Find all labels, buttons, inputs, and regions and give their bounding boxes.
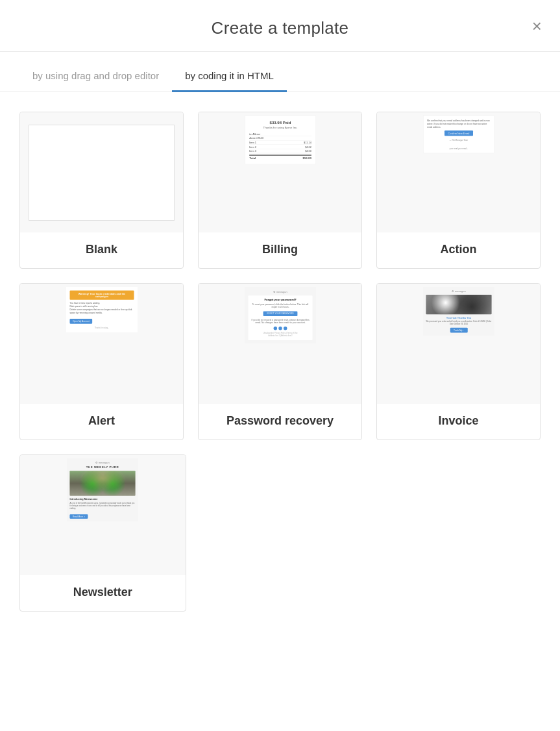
pw-title: Forgot your password? bbox=[250, 299, 309, 302]
pw-disclaimer: If you did not request a password reset,… bbox=[250, 318, 309, 324]
newsletter-body: As one of the first Meowsome users, I wa… bbox=[70, 502, 136, 510]
blank-preview-box bbox=[29, 125, 175, 221]
template-preview-newsletter: ⚙ meowgun THE WEEKLY PURR Introducing Me… bbox=[20, 455, 186, 575]
invoice-logo: ⚙ meowgun bbox=[426, 290, 491, 292]
tab-html[interactable]: by coding it in HTML bbox=[172, 58, 287, 92]
template-label-alert: Alert bbox=[20, 404, 183, 440]
template-label-action: Action bbox=[377, 232, 540, 268]
billing-total: Total$18.00 bbox=[249, 155, 311, 160]
pw-social-icon-2 bbox=[278, 327, 282, 330]
template-label-blank: Blank bbox=[20, 232, 183, 268]
tab-drag-drop[interactable]: by using drag and drop editor bbox=[19, 58, 172, 92]
action-preview-content: We confirm that your email address has b… bbox=[423, 116, 494, 153]
billing-amount: $33.98 Paid bbox=[249, 120, 311, 125]
billing-row-2: Acme #7843 bbox=[249, 136, 311, 141]
template-label-invoice: Invoice bbox=[377, 404, 540, 440]
template-card-newsletter[interactable]: ⚙ meowgun THE WEEKLY PURR Introducing Me… bbox=[19, 454, 186, 612]
alert-preview-content: Warning! Your login credentials and the … bbox=[66, 287, 138, 332]
template-preview-password-recovery: ⚙ meowgun Forgot your password? To reset… bbox=[199, 284, 361, 404]
pw-social-icon-3 bbox=[283, 327, 287, 330]
template-label-newsletter: Newsletter bbox=[20, 575, 186, 611]
pw-reset-button: RESET YOUR PASSWORD bbox=[263, 311, 297, 316]
template-label-password-recovery: Password recovery bbox=[199, 404, 361, 440]
template-card-billing[interactable]: $33.98 Paid Thanks for using Acme Inc. t… bbox=[198, 112, 362, 269]
invoice-preview-content: ⚙ meowgun Your Cat Thanks You We process… bbox=[423, 287, 494, 336]
invoice-cat-image bbox=[426, 295, 491, 314]
alert-banner: Warning! Your login credentials and the … bbox=[69, 291, 134, 300]
template-card-alert[interactable]: Warning! Your login credentials and the … bbox=[19, 283, 184, 440]
template-grid: Blank $33.98 Paid Thanks for using Acme … bbox=[19, 112, 541, 440]
billing-preview-content: $33.98 Paid Thanks for using Acme Inc. t… bbox=[245, 116, 316, 164]
template-preview-blank bbox=[20, 112, 183, 232]
pw-social-icon-1 bbox=[273, 327, 277, 330]
action-text-1: We confirm that your email address has b… bbox=[427, 119, 491, 129]
pw-social-icons bbox=[250, 327, 309, 330]
newsletter-cta-button: Read More > bbox=[70, 514, 88, 519]
template-card-invoice[interactable]: ⚙ meowgun Your Cat Thanks You We process… bbox=[376, 283, 541, 440]
billing-thanks: Thanks for using Acme Inc. bbox=[249, 126, 311, 129]
alert-footer: Thanks for using... bbox=[69, 327, 134, 328]
invoice-text: We processed your order and will send yo… bbox=[426, 321, 491, 326]
action-footer: your email your email... bbox=[427, 147, 491, 149]
template-label-billing: Billing bbox=[199, 232, 361, 268]
pw-text: To reset your password, click the button… bbox=[250, 303, 309, 309]
modal-title: Create a template bbox=[212, 18, 349, 38]
newsletter-logo: ⚙ meowgun bbox=[70, 461, 136, 464]
newsletter-cat-image bbox=[70, 471, 136, 496]
alert-cta-button: Open My Account bbox=[69, 319, 92, 324]
action-cta-button: Confirm New Email bbox=[444, 130, 473, 136]
template-preview-alert: Warning! Your login credentials and the … bbox=[20, 284, 183, 404]
newsletter-preview-content: ⚙ meowgun THE WEEKLY PURR Introducing Me… bbox=[67, 458, 138, 521]
invoice-cta-button: Track My... bbox=[450, 328, 467, 333]
newsletter-title: THE WEEKLY PURR bbox=[70, 465, 136, 469]
pw-logo: ⚙ meowgun bbox=[248, 291, 312, 293]
pw-links: Unsubscribe | Privacy Policy | Terms of … bbox=[250, 332, 309, 338]
pw-preview-content: ⚙ meowgun Forgot your password? To reset… bbox=[245, 287, 316, 343]
modal-header: Create a template × bbox=[0, 0, 560, 52]
alert-body: You have 4 new reports waiting. Disk spa… bbox=[69, 302, 134, 315]
template-card-action[interactable]: We confirm that your email address has b… bbox=[376, 112, 541, 269]
template-preview-action: We confirm that your email address has b… bbox=[377, 112, 540, 232]
template-card-password-recovery[interactable]: ⚙ meowgun Forgot your password? To reset… bbox=[198, 283, 362, 440]
template-preview-billing: $33.98 Paid Thanks for using Acme Inc. t… bbox=[199, 112, 361, 232]
template-preview-invoice: ⚙ meowgun Your Cat Thanks You We process… bbox=[377, 284, 540, 404]
template-grid-container: Blank $33.98 Paid Thanks for using Acme … bbox=[0, 92, 560, 631]
close-button[interactable]: × bbox=[530, 15, 544, 37]
invoice-thanks: Your Cat Thanks You bbox=[426, 317, 491, 319]
newsletter-intro: Introducing Meowsome bbox=[70, 498, 136, 501]
pw-box: Forgot your password? To reset your pass… bbox=[248, 295, 312, 340]
action-signature: — The Meowgun Team bbox=[427, 139, 491, 141]
modal: Create a template × by using drag and dr… bbox=[0, 0, 560, 731]
template-card-blank[interactable]: Blank bbox=[19, 112, 184, 269]
billing-row-5: Item 3$4.60 bbox=[249, 149, 311, 154]
newsletter-row: ⚙ meowgun THE WEEKLY PURR Introducing Me… bbox=[19, 454, 541, 612]
tab-bar: by using drag and drop editor by coding … bbox=[0, 58, 560, 92]
